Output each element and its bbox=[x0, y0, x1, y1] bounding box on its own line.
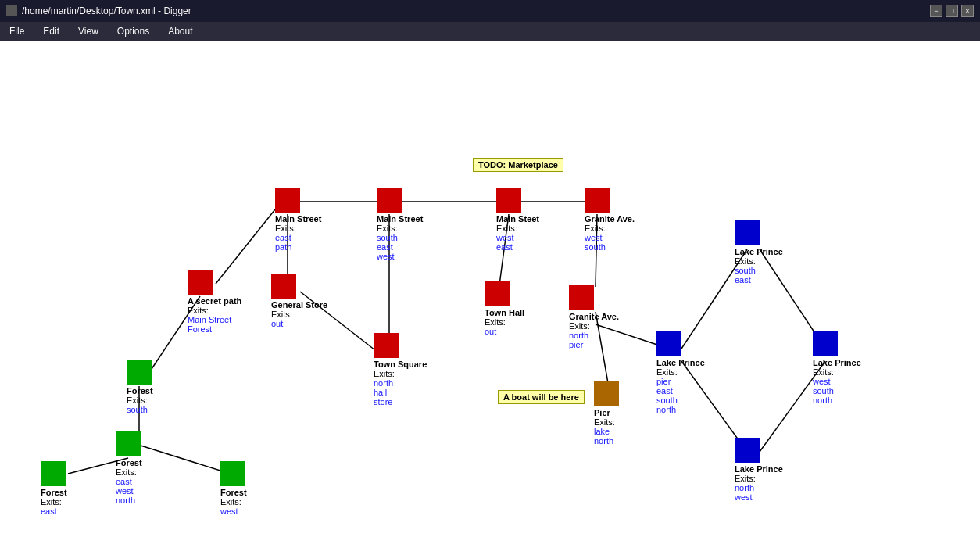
app-icon bbox=[6, 5, 17, 16]
node-box-forest-4 bbox=[220, 461, 245, 486]
node-box-lake-prince-right bbox=[813, 331, 838, 356]
window-title: /home/martin/Desktop/Town.xml - Digger bbox=[22, 5, 191, 16]
titlebar: /home/martin/Desktop/Town.xml - Digger −… bbox=[0, 0, 980, 22]
maximize-button[interactable]: □ bbox=[946, 5, 958, 17]
node-lake-prince-right[interactable]: Lake Prince Exits: westsouthnorth bbox=[813, 331, 861, 405]
node-box-main-street-2 bbox=[377, 188, 402, 213]
node-granite-ave-2[interactable]: Granite Ave. Exits: northpier bbox=[569, 285, 619, 349]
node-general-store[interactable]: General Store Exits: out bbox=[271, 274, 327, 328]
node-box-town-hall bbox=[485, 281, 510, 306]
node-town-square[interactable]: Town Square Exits: northhallstore bbox=[374, 333, 427, 406]
todo-marketplace-label: TODO: Marketplace bbox=[473, 158, 563, 172]
node-box-lake-prince-left bbox=[656, 331, 681, 356]
node-box-forest-2 bbox=[116, 431, 141, 456]
node-forest-4[interactable]: Forest Exits: west bbox=[220, 461, 247, 516]
canvas: TODO: Marketplace A boat will be here Ma… bbox=[0, 41, 980, 537]
node-lake-prince-top[interactable]: Lake Prince Exits: southeast bbox=[735, 220, 783, 285]
minimize-button[interactable]: − bbox=[930, 5, 942, 17]
node-main-steet-3[interactable]: Main Steet Exits: westeast bbox=[496, 188, 539, 252]
close-button[interactable]: × bbox=[961, 5, 974, 17]
node-lake-prince-left[interactable]: Lake Prince Exits: piereastsouthnorth bbox=[656, 331, 705, 414]
menu-options[interactable]: Options bbox=[113, 24, 154, 38]
menu-edit[interactable]: Edit bbox=[38, 24, 64, 38]
menu-view[interactable]: View bbox=[73, 24, 103, 38]
node-box-lake-prince-top bbox=[735, 220, 760, 245]
node-box-town-square bbox=[374, 333, 399, 358]
node-box-forest-1 bbox=[127, 360, 152, 385]
node-forest-3[interactable]: Forest Exits: east bbox=[41, 461, 67, 516]
node-box-pier bbox=[594, 381, 619, 406]
node-box-main-street-1 bbox=[275, 188, 300, 213]
node-lake-prince-bottom[interactable]: Lake Prince Exits: northwest bbox=[735, 438, 783, 502]
node-secret-path[interactable]: A secret path Exits: Main StreetForest bbox=[188, 270, 241, 334]
node-town-hall[interactable]: Town Hall Exits: out bbox=[485, 281, 524, 336]
node-box-granite-ave-2 bbox=[569, 285, 594, 310]
boat-label: A boat will be here bbox=[498, 390, 585, 404]
node-main-street-2[interactable]: Main Street Exits: southeastwest bbox=[377, 188, 423, 261]
node-forest-1[interactable]: Forest Exits: south bbox=[127, 360, 153, 414]
node-box-main-steet-3 bbox=[496, 188, 521, 213]
node-granite-ave-1[interactable]: Granite Ave. Exits: westsouth bbox=[585, 188, 635, 252]
node-pier[interactable]: Pier Exits: lakenorth bbox=[594, 381, 619, 446]
menubar: File Edit View Options About bbox=[0, 22, 980, 41]
node-forest-2[interactable]: Forest Exits: eastwestnorth bbox=[116, 431, 142, 505]
node-box-secret-path bbox=[188, 270, 213, 295]
menu-file[interactable]: File bbox=[5, 24, 29, 38]
menu-about[interactable]: About bbox=[163, 24, 197, 38]
node-box-lake-prince-bottom bbox=[735, 438, 760, 463]
node-box-general-store bbox=[271, 274, 296, 299]
node-box-granite-ave-1 bbox=[585, 188, 610, 213]
node-main-street-1[interactable]: Main Street Exits: eastpath bbox=[275, 188, 321, 252]
node-box-forest-3 bbox=[41, 461, 66, 486]
